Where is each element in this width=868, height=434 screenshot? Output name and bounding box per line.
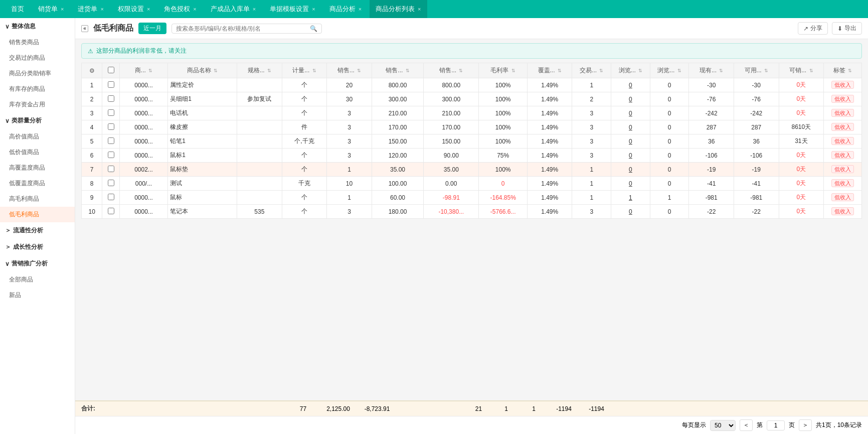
col-code[interactable]: 商... ⇅ [119,63,167,78]
select-all-checkbox[interactable] [108,67,114,73]
footer-browse2: 1 [520,405,548,412]
sidebar-item-high-value[interactable]: 高价值商品 [0,129,75,144]
col-saleable[interactable]: 可销... ⇅ [779,63,824,78]
nav-item-permission[interactable]: 权限设置× [112,0,156,18]
col-checkbox[interactable] [102,63,119,78]
row-checkbox[interactable] [102,149,119,163]
next-page-btn[interactable]: ＞ [799,419,812,431]
col-gross[interactable]: 毛利率 ⇅ [479,63,527,78]
close-tab-icon[interactable]: × [253,6,256,12]
row-browse1[interactable]: 0 [611,149,650,163]
collapse-sidebar-btn[interactable]: « [81,25,88,32]
row-checkbox[interactable] [102,191,119,205]
row-stock: -106 [689,149,734,163]
close-tab-icon[interactable]: × [193,6,196,12]
row-select-checkbox[interactable] [108,208,114,214]
sidebar-item-stock-capital[interactable]: 库存资金占用 [0,97,75,112]
close-tab-icon[interactable]: × [359,6,362,12]
row-checkbox[interactable] [102,106,119,120]
sidebar-section-marketing[interactable]: ∨ 营销推广分析 [0,255,75,272]
col-sales1[interactable]: 销售... ⇅ [327,63,372,78]
page-number-input[interactable] [767,420,785,430]
sidebar-item-stock-goods[interactable]: 有库存的商品 [0,81,75,97]
col-trade[interactable]: 交易... ⇅ [572,63,611,78]
row-checkbox[interactable] [102,163,119,177]
row-browse1[interactable]: 0 [611,205,650,219]
sidebar-item-low-value[interactable]: 低价值商品 [0,144,75,160]
sidebar-item-all-goods[interactable]: 全部商品 [0,272,75,287]
row-select-checkbox[interactable] [108,123,114,130]
col-settings[interactable]: ⚙ [82,63,102,78]
export-button[interactable]: ⬇ 导出 [832,22,862,35]
sidebar-item-low-profit[interactable]: 低毛利商品 [0,207,75,222]
row-checkbox[interactable] [102,78,119,92]
sidebar-item-high-coverage[interactable]: 高覆盖度商品 [0,160,75,176]
nav-item-role[interactable]: 角色授权× [158,0,202,18]
row-browse1[interactable]: 0 [611,92,650,106]
col-sales3[interactable]: 销售... ⇅ [424,63,479,78]
row-checkbox[interactable] [102,92,119,106]
row-select-checkbox[interactable] [108,194,114,200]
close-tab-icon[interactable]: × [100,6,103,12]
row-select-checkbox[interactable] [108,137,114,144]
sidebar-item-category-rate[interactable]: 商品分类助销率 [0,66,75,81]
row-browse2: 0 [650,92,689,106]
row-browse1[interactable]: 0 [611,134,650,149]
sidebar-item-new-goods[interactable]: 新品 [0,287,75,303]
close-tab-icon[interactable]: × [147,6,150,12]
row-checkbox[interactable] [102,134,119,149]
row-select-checkbox[interactable] [108,81,114,88]
per-page-select[interactable]: 50 100 200 [710,420,736,431]
row-select-checkbox[interactable] [108,166,114,172]
col-spec[interactable]: 规格... ⇅ [237,63,282,78]
col-stock[interactable]: 现有... ⇅ [689,63,734,78]
col-name[interactable]: 商品名称 ⇅ [168,63,237,78]
row-checkbox[interactable] [102,205,119,219]
row-browse1[interactable]: 0 [611,106,650,120]
sidebar-item-low-coverage[interactable]: 低覆盖度商品 [0,176,75,191]
col-browse1[interactable]: 浏览... ⇅ [611,63,650,78]
close-tab-icon[interactable]: × [61,6,64,12]
col-browse2[interactable]: 浏览... ⇅ [650,63,689,78]
nav-item-home[interactable]: 首页 [5,0,30,18]
nav-item-template[interactable]: 单据模板设置× [264,0,321,18]
close-tab-icon[interactable]: × [418,6,421,12]
row-gross: -164.85% [479,191,527,205]
col-tag[interactable]: 标签 ⇅ [824,63,862,78]
sidebar-section-growth[interactable]: ＞ 成长性分析 [0,239,75,255]
share-button[interactable]: ↗ 分享 [798,22,828,35]
col-coverage[interactable]: 覆盖... ⇅ [527,63,572,78]
filter-button[interactable]: 近一月 [138,23,166,34]
search-input[interactable] [176,25,308,32]
close-tab-icon[interactable]: × [312,6,315,12]
nav-item-analysis-list[interactable]: 商品分析列表× [370,0,427,18]
nav-item-analysis[interactable]: 商品分析× [323,0,368,18]
sidebar-section-cluster[interactable]: ∨ 类群量分析 [0,112,75,129]
nav-item-purchase[interactable]: 进货单× [72,0,109,18]
col-sales2[interactable]: 销售... ⇅ [372,63,423,78]
row-browse1[interactable]: 0 [611,78,650,92]
nav-item-sales[interactable]: 销货单× [32,0,70,18]
row-select-checkbox[interactable] [108,95,114,102]
col-avail[interactable]: 可用... ⇅ [734,63,779,78]
row-code: 0000... [119,205,167,219]
row-browse1[interactable]: 0 [611,177,650,191]
row-select-checkbox[interactable] [108,180,114,186]
row-coverage: 1.49% [527,149,572,163]
row-checkbox[interactable] [102,120,119,134]
sidebar-item-sales-goods[interactable]: 销售类商品 [0,35,75,50]
sidebar-item-traded-goods[interactable]: 交易过的商品 [0,50,75,66]
sidebar-item-high-profit[interactable]: 高毛利商品 [0,191,75,207]
row-browse1[interactable]: 1 [611,191,650,205]
row-select-checkbox[interactable] [108,152,114,158]
sidebar-section-overall[interactable]: ∨ 整体信息 [0,18,75,35]
nav-item-product-entry[interactable]: 产成品入库单× [205,0,262,18]
row-browse1[interactable]: 0 [611,163,650,177]
prev-page-btn[interactable]: ＜ [740,419,753,431]
row-checkbox[interactable] [102,177,119,191]
col-unit[interactable]: 计量... ⇅ [282,63,327,78]
sidebar-section-liquidity[interactable]: ＞ 流通性分析 [0,222,75,239]
search-icon[interactable]: 🔍 [310,25,317,32]
row-browse1[interactable]: 0 [611,120,650,134]
row-select-checkbox[interactable] [108,109,114,116]
